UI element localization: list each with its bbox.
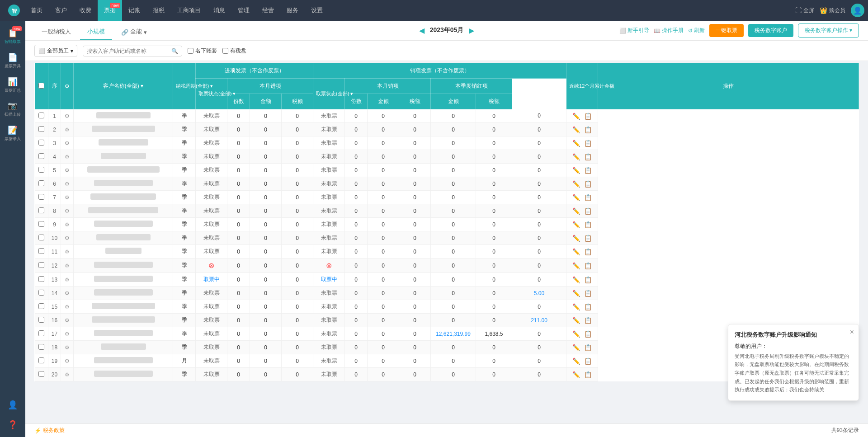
action-edit-icon[interactable]: ✏️	[572, 153, 580, 160]
col-cycle-header[interactable]: 纳税周期(全部) ▾	[173, 63, 196, 109]
nav-item-fee[interactable]: 收费	[73, 0, 98, 21]
action-copy-icon[interactable]: 📋	[584, 317, 592, 324]
row-checkbox[interactable]	[35, 314, 48, 327]
row-settings[interactable]: ⚙	[61, 273, 74, 287]
nav-item-client[interactable]: 客户	[49, 0, 73, 21]
nav-item-operation[interactable]: 经营	[256, 0, 280, 21]
row-checkbox[interactable]	[35, 123, 48, 136]
action-copy-icon[interactable]: 📋	[584, 126, 592, 133]
row-settings[interactable]: ⚙	[61, 231, 74, 245]
new-guide-link[interactable]: ⬜ 新手引导	[619, 27, 649, 34]
col-out-status-header[interactable]: 取票状态(全部) ▾	[313, 79, 345, 109]
logo[interactable]: 智	[4, 0, 24, 21]
nav-item-manage[interactable]: 管理	[231, 0, 256, 21]
search-input[interactable]	[87, 48, 170, 54]
action-copy-icon[interactable]: 📋	[584, 248, 592, 255]
action-edit-icon[interactable]: ✏️	[572, 290, 580, 297]
nav-item-home[interactable]: 首页	[24, 0, 49, 21]
one-click-take-btn[interactable]: 一键取票	[709, 24, 744, 37]
action-copy-icon[interactable]: 📋	[584, 221, 592, 228]
row-checkbox[interactable]	[35, 136, 48, 150]
tab-all[interactable]: 🔗 全能 ▾	[114, 21, 154, 40]
row-settings[interactable]: ⚙	[61, 136, 74, 150]
sidebar-item-scan-upload[interactable]: 📷 扫描上传	[0, 97, 25, 121]
nav-item-settings[interactable]: 设置	[305, 0, 329, 21]
action-copy-icon[interactable]: 📋	[584, 140, 592, 147]
row-checkbox[interactable]	[35, 150, 48, 164]
digital-account-btn[interactable]: 税务数字账户	[748, 24, 793, 37]
action-copy-icon[interactable]: 📋	[584, 153, 592, 160]
action-edit-icon[interactable]: ✏️	[572, 207, 580, 215]
row-settings[interactable]: ⚙	[61, 150, 74, 164]
row-checkbox[interactable]	[35, 204, 48, 218]
row-checkbox[interactable]	[35, 218, 48, 231]
row-checkbox[interactable]	[35, 191, 48, 204]
row-settings[interactable]: ⚙	[61, 164, 74, 177]
row-settings[interactable]: ⚙	[61, 204, 74, 218]
row-checkbox[interactable]	[35, 354, 48, 368]
row-checkbox[interactable]	[35, 273, 48, 287]
action-copy-icon[interactable]: 📋	[584, 290, 592, 297]
row-checkbox[interactable]	[35, 258, 48, 273]
has-taxpad-check[interactable]	[222, 48, 228, 54]
row-settings[interactable]: ⚙	[61, 287, 74, 300]
my-accounts-check[interactable]	[188, 48, 193, 54]
prev-month-btn[interactable]: ◀	[419, 26, 425, 35]
row-settings[interactable]: ⚙	[61, 368, 74, 381]
action-copy-icon[interactable]: 📋	[584, 330, 592, 338]
nav-item-tax[interactable]: 报税	[146, 0, 171, 21]
action-edit-icon[interactable]: ✏️	[572, 344, 580, 351]
row-checkbox[interactable]	[35, 245, 48, 258]
col-client-header[interactable]: 客户名称(全部) ▾	[74, 63, 173, 109]
row-checkbox[interactable]	[35, 177, 48, 191]
action-edit-icon[interactable]: ✏️	[572, 303, 580, 310]
row-checkbox[interactable]	[35, 109, 48, 123]
action-edit-icon[interactable]: ✏️	[572, 371, 580, 378]
action-edit-icon[interactable]: ✏️	[572, 140, 580, 147]
action-copy-icon[interactable]: 📋	[584, 357, 592, 365]
row-settings[interactable]: ⚙	[61, 109, 74, 123]
select-all-checkbox[interactable]	[38, 83, 44, 89]
row-checkbox[interactable]	[35, 368, 48, 381]
row-checkbox[interactable]	[35, 164, 48, 177]
tab-general-taxpayer[interactable]: 一般纳税人	[34, 21, 78, 40]
action-edit-icon[interactable]: ✏️	[572, 235, 580, 242]
row-checkbox[interactable]	[35, 231, 48, 245]
action-copy-icon[interactable]: 📋	[584, 207, 592, 215]
refresh-link[interactable]: ↺ 刷新	[688, 27, 705, 34]
employee-filter[interactable]: ⬜ 全部员工 ▾	[34, 45, 77, 57]
action-edit-icon[interactable]: ✏️	[572, 167, 580, 174]
nav-item-bookkeeping[interactable]: 记账	[122, 0, 146, 21]
sidebar-item-smart-invoice[interactable]: 📋 智能取票 new	[0, 24, 25, 48]
sidebar-item-invoice-summary[interactable]: 📊 票据汇总	[0, 73, 25, 97]
next-month-btn[interactable]: ▶	[469, 26, 474, 35]
digital-account-ops-btn[interactable]: 税务数字账户操作 ▾	[798, 23, 859, 38]
action-copy-icon[interactable]: 📋	[584, 276, 592, 283]
row-checkbox[interactable]	[35, 300, 48, 314]
action-edit-icon[interactable]: ✏️	[572, 330, 580, 338]
action-edit-icon[interactable]: ✏️	[572, 262, 580, 269]
manual-link[interactable]: 📖 操作手册	[654, 27, 684, 34]
sidebar-item-help[interactable]: ❓	[0, 416, 25, 433]
sidebar-item-invoice-entry[interactable]: 📝 票据录入	[0, 122, 25, 145]
row-settings[interactable]: ⚙	[61, 123, 74, 136]
sidebar-item-invoice-open[interactable]: 📄 发票开具	[0, 49, 25, 72]
action-edit-icon[interactable]: ✏️	[572, 221, 580, 228]
row-checkbox[interactable]	[35, 341, 48, 354]
member-btn[interactable]: 👑 购会员	[820, 7, 845, 14]
action-copy-icon[interactable]: 📋	[584, 180, 592, 188]
action-copy-icon[interactable]: 📋	[584, 167, 592, 174]
action-copy-icon[interactable]: 📋	[584, 262, 592, 269]
action-edit-icon[interactable]: ✏️	[572, 317, 580, 324]
action-edit-icon[interactable]: ✏️	[572, 248, 580, 255]
action-edit-icon[interactable]: ✏️	[572, 194, 580, 201]
row-settings[interactable]: ⚙	[61, 314, 74, 327]
row-settings[interactable]: ⚙	[61, 177, 74, 191]
row-settings[interactable]: ⚙	[61, 341, 74, 354]
search-box[interactable]: 🔍	[83, 46, 182, 56]
row-settings[interactable]: ⚙	[61, 245, 74, 258]
row-settings[interactable]: ⚙	[61, 191, 74, 204]
notification-close-btn[interactable]: ×	[850, 328, 854, 336]
action-copy-icon[interactable]: 📋	[584, 194, 592, 201]
avatar[interactable]: 👤	[851, 4, 864, 17]
